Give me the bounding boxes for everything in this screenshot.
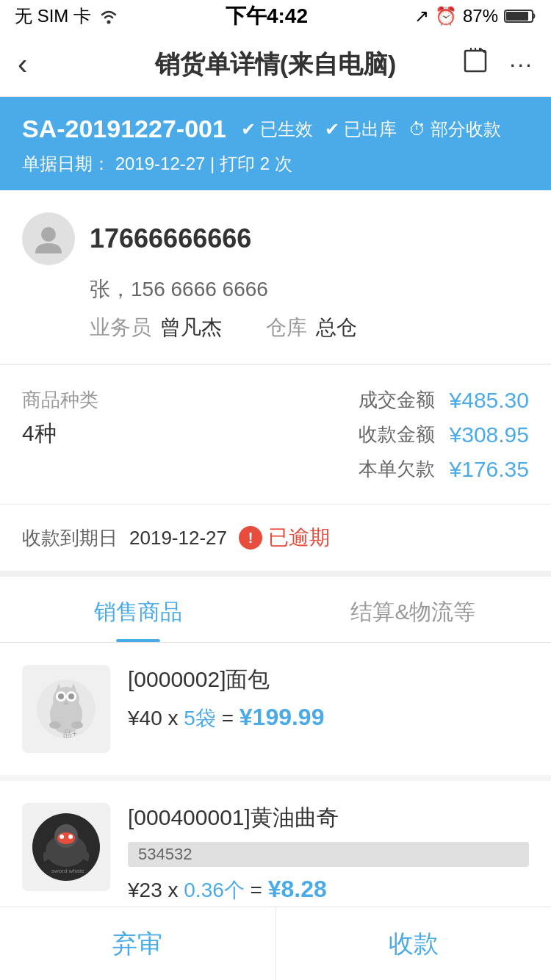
status-bar-time: 下午4:42 bbox=[226, 2, 308, 30]
product-price-1: ¥40 x 5袋 = ¥199.99 bbox=[128, 704, 529, 732]
debt-label: 本单欠款 bbox=[359, 456, 435, 482]
svg-point-23 bbox=[68, 835, 73, 839]
price-qty-2: 0.36个 bbox=[184, 879, 245, 901]
customer-section: 17666666666 张，156 6666 6666 业务员 曾凡杰 仓库 总… bbox=[0, 190, 551, 364]
more-icon[interactable]: ··· bbox=[509, 51, 533, 78]
status-partial: ⏱ 部分收款 bbox=[408, 118, 501, 141]
nav-bar: ‹ 销货单详情(来自电脑) ··· bbox=[0, 32, 551, 97]
received-value: ¥308.95 bbox=[450, 422, 529, 447]
warehouse-name: 总仓 bbox=[316, 314, 357, 342]
status-active-label: 已生效 bbox=[260, 118, 313, 141]
location-icon: ↗ bbox=[414, 6, 429, 26]
product-thumb-1: 品+ bbox=[22, 665, 110, 753]
debt-row: 本单欠款 ¥176.35 bbox=[359, 456, 529, 482]
order-date-line: 单据日期： 2019-12-27 | 打印 2 次 bbox=[22, 152, 529, 176]
svg-point-15 bbox=[49, 721, 61, 729]
tabs-bar: 销售商品 结算&物流等 bbox=[0, 577, 551, 643]
sales-name: 曾凡杰 bbox=[160, 314, 222, 342]
svg-point-16 bbox=[71, 721, 83, 729]
status-bar: 无 SIM 卡 下午4:42 ↗ ⏰ 87% bbox=[0, 0, 551, 32]
svg-point-22 bbox=[60, 835, 64, 839]
product-price-2: ¥23 x 0.36个 = ¥8.28 bbox=[128, 876, 529, 904]
nav-actions: ··· bbox=[462, 48, 533, 81]
due-label: 收款到期日 bbox=[22, 525, 118, 551]
customer-name-phone: 张，156 6666 6666 bbox=[90, 275, 529, 303]
back-button[interactable]: ‹ bbox=[18, 48, 27, 81]
product-thumb-2-icon: sword whale bbox=[29, 810, 103, 884]
alarm-icon: ⏰ bbox=[435, 6, 457, 26]
reject-button[interactable]: 弃审 bbox=[0, 907, 276, 980]
price-base-1: ¥40 bbox=[128, 707, 162, 729]
overdue-icon: ! bbox=[239, 526, 262, 550]
amount-row: 成交金额 ¥485.30 bbox=[359, 387, 529, 413]
product-name-1: [0000002]面包 bbox=[128, 665, 529, 695]
due-section: 收款到期日 2019-12-27 ! 已逾期 bbox=[0, 505, 551, 577]
amount-value: ¥485.30 bbox=[450, 388, 529, 413]
status-active: ✔ 已生效 bbox=[241, 118, 313, 141]
battery-text: 87% bbox=[463, 6, 498, 26]
svg-point-21 bbox=[57, 832, 75, 844]
tab-settlement[interactable]: 结算&物流等 bbox=[276, 577, 551, 642]
check-icon-active: ✔ bbox=[241, 119, 256, 140]
svg-text:sword whale: sword whale bbox=[51, 868, 84, 874]
product-thumb-2: sword whale bbox=[22, 803, 110, 891]
price-multiply-1: x bbox=[168, 707, 184, 729]
price-qty-1: 5袋 bbox=[184, 707, 216, 729]
tab-products[interactable]: 销售商品 bbox=[0, 577, 276, 642]
wifi-icon bbox=[98, 8, 119, 24]
sales-person: 业务员 曾凡杰 bbox=[90, 314, 222, 342]
customer-meta: 业务员 曾凡杰 仓库 总仓 bbox=[90, 314, 529, 342]
overdue-text: 已逾期 bbox=[268, 524, 330, 552]
due-date: 2019-12-27 bbox=[129, 527, 227, 550]
received-row: 收款金额 ¥308.95 bbox=[359, 422, 529, 447]
order-date: 2019-12-27 bbox=[115, 154, 206, 173]
status-badges: ✔ 已生效 ✔ 已出库 ⏱ 部分收款 bbox=[241, 118, 501, 141]
stats-section: 商品种类 4种 成交金额 ¥485.30 收款金额 ¥308.95 本单欠款 ¥… bbox=[0, 365, 551, 505]
status-bar-right: ↗ ⏰ 87% bbox=[414, 6, 536, 26]
product-info-2: [000400001]黄油曲奇 534532 ¥23 x 0.36个 = ¥8.… bbox=[128, 803, 529, 904]
product-tag-2: 534532 bbox=[128, 842, 529, 867]
status-bar-left: 无 SIM 卡 bbox=[15, 4, 119, 28]
price-total-1: ¥199.99 bbox=[240, 704, 325, 730]
product-item-2: sword whale [000400001]黄油曲奇 534532 ¥23 x… bbox=[0, 781, 551, 926]
product-type-label: 商品种类 bbox=[22, 387, 98, 413]
warehouse-label: 仓库 bbox=[266, 314, 307, 342]
no-sim-text: 无 SIM 卡 bbox=[15, 4, 91, 28]
date-label: 单据日期： bbox=[22, 154, 110, 173]
payment-button[interactable]: 收款 bbox=[276, 907, 552, 980]
order-header: SA-20191227-001 ✔ 已生效 ✔ 已出库 ⏱ 部分收款 单据日期：… bbox=[0, 97, 551, 190]
svg-point-0 bbox=[107, 21, 111, 24]
order-id: SA-20191227-001 bbox=[22, 115, 226, 143]
svg-point-4 bbox=[41, 227, 56, 242]
svg-rect-3 bbox=[465, 51, 486, 71]
svg-point-11 bbox=[68, 693, 74, 699]
stats-left: 商品种类 4种 bbox=[22, 387, 98, 449]
overdue-badge: ! 已逾期 bbox=[239, 524, 330, 552]
svg-text:品+: 品+ bbox=[63, 729, 77, 739]
print-info: | 打印 2 次 bbox=[210, 154, 292, 173]
amount-label: 成交金额 bbox=[359, 387, 435, 413]
status-shipped-label: 已出库 bbox=[344, 118, 397, 141]
customer-avatar bbox=[22, 212, 75, 265]
customer-top: 17666666666 bbox=[22, 212, 529, 265]
svg-point-10 bbox=[58, 693, 64, 699]
price-total-2: ¥8.28 bbox=[268, 876, 327, 902]
page-title: 销货单详情(来自电脑) bbox=[155, 48, 397, 82]
warehouse: 仓库 总仓 bbox=[266, 314, 357, 342]
svg-rect-2 bbox=[506, 12, 528, 21]
price-multiply-2: x bbox=[168, 879, 184, 901]
owl-thumb-icon: 品+ bbox=[29, 672, 103, 746]
share-icon[interactable] bbox=[462, 48, 489, 81]
debt-value: ¥176.35 bbox=[450, 457, 529, 482]
check-icon-shipped: ✔ bbox=[325, 119, 339, 140]
customer-phone: 17666666666 bbox=[90, 223, 251, 254]
status-partial-label: 部分收款 bbox=[431, 118, 501, 141]
bottom-bar: 弃审 收款 bbox=[0, 907, 551, 980]
clock-icon: ⏱ bbox=[408, 119, 426, 140]
battery-icon bbox=[504, 8, 536, 24]
product-name-2: [000400001]黄油曲奇 bbox=[128, 803, 529, 833]
stats-right: 成交金额 ¥485.30 收款金额 ¥308.95 本单欠款 ¥176.35 bbox=[359, 387, 529, 482]
sales-label: 业务员 bbox=[90, 314, 151, 342]
status-shipped: ✔ 已出库 bbox=[325, 118, 397, 141]
product-info-1: [0000002]面包 ¥40 x 5袋 = ¥199.99 bbox=[128, 665, 529, 732]
